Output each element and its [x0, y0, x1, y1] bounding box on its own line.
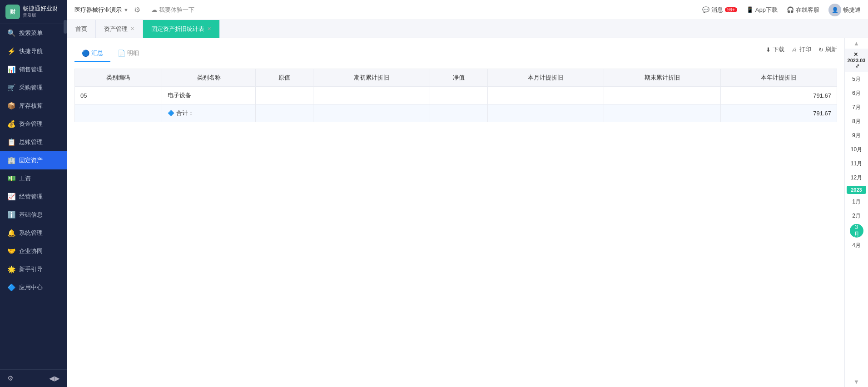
date-month-item[interactable]: 7月 [845, 100, 868, 114]
date-panel-title: 2023.03 [848, 58, 866, 63]
col-header: 原值 [256, 69, 313, 87]
date-panel-close-icon[interactable]: ✕ [853, 51, 858, 58]
date-month-item[interactable]: 1月 [845, 195, 868, 209]
subtotal-cell [75, 104, 162, 122]
tab-close-asset-mgmt[interactable]: ✕ [130, 26, 134, 32]
sidebar-scrollbar[interactable] [64, 20, 67, 34]
table-row: 05电子设备791.67 [75, 87, 837, 104]
print-label: 打印 [799, 45, 811, 54]
sidebar-item-quick-nav[interactable]: ⚡ 快捷导航 [0, 42, 67, 60]
date-month-item[interactable]: 10月 [845, 143, 868, 157]
subtotal-cell [487, 104, 604, 122]
tab-close-depreciation[interactable]: ✕ [207, 26, 211, 32]
sidebar-item-salary[interactable]: 💵 工资 [0, 169, 67, 188]
table-cell [430, 87, 487, 104]
customer-service-button[interactable]: 🎧 在线客服 [787, 6, 819, 14]
settings-gear-icon[interactable]: ⚙ [134, 5, 140, 14]
user-label: 畅捷通 [843, 6, 861, 14]
sidebar-item-fixed-assets[interactable]: 🏢 固定资产 [0, 151, 67, 169]
sidebar-item-app-center[interactable]: 🔷 应用中心 [0, 278, 67, 297]
sub-tab-detail[interactable]: 📄 明细 [110, 45, 146, 62]
sidebar-item-inventory[interactable]: 📦 库存核算 [0, 97, 67, 115]
date-panel-scroll[interactable]: 5月6月7月8月9月10月11月12月20231月2月3月4月 [845, 72, 868, 377]
sub-tab-summary[interactable]: 🔵 汇总 [74, 45, 110, 62]
print-button[interactable]: 🖨 打印 [792, 45, 811, 54]
sidebar-logo: 财 畅捷通好业财 普及版 [0, 0, 67, 24]
sidebar-item-sales[interactable]: 📊 销售管理 [0, 60, 67, 79]
date-panel-down[interactable]: ▼ [845, 377, 868, 387]
subtotal-row: 🔷合计：791.67 [75, 104, 837, 122]
topbar-right: 💬 消息 99+ 📱 App下载 🎧 在线客服 👤 畅捷通 [702, 4, 861, 16]
refresh-label: 刷新 [825, 45, 837, 54]
sidebar-item-purchase[interactable]: 🛒 采购管理 [0, 79, 67, 97]
tab-asset-mgmt[interactable]: 资产管理✕ [96, 20, 143, 38]
customer-service-icon: 🎧 [787, 6, 794, 13]
table-cell [313, 87, 430, 104]
sidebar-item-enterprise[interactable]: 🤝 企业协同 [0, 242, 67, 260]
company-selector[interactable]: 医疗器械行业演示 ▼ [74, 6, 129, 14]
inventory-icon: 📦 [7, 102, 15, 110]
subtotal-cell: 791.67 [720, 104, 837, 122]
download-button[interactable]: ⬇ 下载 [766, 45, 784, 54]
col-header: 类别编码 [75, 69, 162, 87]
sidebar: 财 畅捷通好业财 普及版 🔍 搜索菜单 ⚡ 快捷导航 📊 销售管理 🛒 采购管理… [0, 0, 67, 387]
date-panel: ▲ ✕ 2023.03 ⤢ 5月6月7月8月9月10月11月12月20231月2… [844, 38, 868, 387]
date-month-item[interactable]: 8月 [845, 114, 868, 129]
subtotal-cell [604, 104, 720, 122]
date-month-item[interactable]: 6月 [845, 86, 868, 100]
table-cell: 05 [75, 87, 162, 104]
date-month-item[interactable]: 3月 [850, 224, 863, 238]
main-area: 医疗器械行业演示 ▼ ⚙ ☁ 我要体验一下 💬 消息 99+ 📱 App下载 🎧… [67, 0, 868, 387]
date-month-item[interactable]: 11月 [845, 157, 868, 171]
tab-label-home: 首页 [75, 25, 87, 33]
date-month-item[interactable]: 9月 [845, 129, 868, 143]
sidebar-item-label-enterprise: 企业协同 [19, 247, 43, 255]
date-month-item[interactable]: 12月 [845, 171, 868, 185]
col-header: 本月计提折旧 [487, 69, 604, 87]
settings-icon[interactable]: ⚙ [7, 374, 13, 382]
date-panel-up[interactable]: ▲ [845, 38, 868, 49]
sidebar-nav: 🔍 搜索菜单 ⚡ 快捷导航 📊 销售管理 🛒 采购管理 📦 库存核算 💰 资金管… [0, 24, 67, 369]
sidebar-item-label-inventory: 库存核算 [19, 102, 43, 110]
table-toolbar: ⬇ 下载 🖨 打印 ↻ 刷新 [766, 45, 837, 54]
sidebar-item-label-ledger: 总账管理 [19, 138, 43, 146]
date-month-item[interactable]: 2月 [845, 209, 868, 223]
sidebar-item-basic-info[interactable]: ℹ️ 基础信息 [0, 206, 67, 224]
sidebar-item-label-sales: 销售管理 [19, 65, 43, 74]
tab-depreciation[interactable]: 固定资产折旧统计表✕ [143, 20, 220, 38]
sidebar-item-finance[interactable]: 💰 资金管理 [0, 115, 67, 133]
sidebar-item-label-guide: 新手引导 [19, 265, 43, 273]
purchase-icon: 🛒 [7, 84, 15, 92]
subtotal-cell [256, 104, 313, 122]
customer-service-label: 在线客服 [796, 6, 819, 14]
tab-home[interactable]: 首页 [67, 20, 96, 38]
col-header: 类别名称 [162, 69, 256, 87]
sidebar-item-guide[interactable]: 🌟 新手引导 [0, 260, 67, 278]
trial-button[interactable]: ☁ 我要体验一下 [151, 6, 194, 14]
sidebar-item-system[interactable]: 🔔 系统管理 [0, 224, 67, 242]
subtotal-cell: 🔷合计： [162, 104, 256, 122]
sub-tab-label-detail: 明细 [127, 49, 139, 57]
enterprise-icon: 🤝 [7, 247, 15, 255]
date-panel-expand-icon[interactable]: ⤢ [855, 63, 859, 69]
user-profile[interactable]: 👤 畅捷通 [828, 4, 861, 16]
depreciation-table-wrap: 类别编码类别名称原值期初累计折旧净值本月计提折旧期末累计折旧本年计提折旧05电子… [74, 69, 837, 122]
date-month-item[interactable]: 5月 [845, 72, 868, 86]
date-month-item[interactable]: 4月 [845, 238, 868, 253]
refresh-icon: ↻ [818, 46, 823, 53]
logo-text: 畅捷通好业财 [23, 5, 58, 13]
sidebar-item-search[interactable]: 🔍 搜索菜单 [0, 24, 67, 42]
table-cell: 791.67 [720, 87, 837, 104]
messages-icon: 💬 [702, 6, 709, 13]
sidebar-item-operations[interactable]: 📈 经营管理 [0, 188, 67, 206]
app-download-button[interactable]: 📱 App下载 [746, 6, 778, 14]
subtotal-cell [313, 104, 430, 122]
basic-info-icon: ℹ️ [7, 211, 15, 219]
refresh-button[interactable]: ↻ 刷新 [818, 45, 837, 54]
collapse-icon[interactable]: ◀▶ [49, 374, 60, 382]
messages-button[interactable]: 💬 消息 99+ [702, 6, 737, 14]
sales-icon: 📊 [7, 65, 15, 74]
sidebar-item-ledger[interactable]: 📋 总账管理 [0, 133, 67, 151]
search-icon: 🔍 [7, 29, 15, 37]
tabbar: 首页资产管理✕固定资产折旧统计表✕ [67, 20, 868, 38]
